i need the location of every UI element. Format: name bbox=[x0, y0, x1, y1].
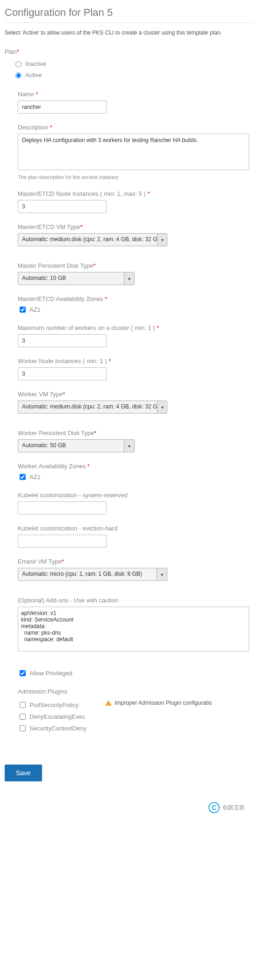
master-vm-type-label: Master/ETCD VM Type* bbox=[18, 223, 253, 230]
chevron-down-icon: ▾ bbox=[157, 401, 167, 413]
worker-vm-type-select[interactable]: Automatic: medium.disk (cpu: 2, ram: 4 G… bbox=[18, 401, 167, 414]
watermark-icon: C bbox=[208, 802, 220, 813]
plugin-deny-escalating-checkbox[interactable] bbox=[20, 714, 26, 720]
page-title: Configuration for Plan 5 bbox=[5, 7, 253, 19]
radio-inactive[interactable] bbox=[15, 61, 22, 67]
worker-instances-input[interactable] bbox=[18, 367, 107, 380]
worker-vm-type-label: Worker VM Type* bbox=[18, 391, 253, 398]
max-workers-input[interactable] bbox=[18, 334, 107, 347]
master-disk-type-value: Automatic: 10 GB bbox=[18, 272, 124, 285]
worker-az-option[interactable]: AZ1 bbox=[18, 472, 253, 481]
worker-az-option-label: AZ1 bbox=[29, 473, 41, 480]
errand-vm-type-label: Errand VM Type* bbox=[18, 558, 253, 565]
watermark: C 创新互联 bbox=[5, 800, 253, 815]
chevron-down-icon: ▾ bbox=[124, 440, 134, 452]
master-disk-type-label: Master Persistent Disk Type* bbox=[18, 262, 253, 269]
errand-vm-type-select[interactable]: Automatic: micro (cpu: 1, ram: 1 GB, dis… bbox=[18, 568, 167, 581]
master-az-label: Master/ETCD Availability Zones * bbox=[18, 295, 253, 302]
allow-privileged-checkbox[interactable] bbox=[20, 670, 26, 676]
admission-warning: Improper Admission Plugin configuratio bbox=[105, 700, 212, 706]
chevron-down-icon: ▾ bbox=[157, 568, 167, 580]
admission-warning-text: Improper Admission Plugin configuratio bbox=[115, 700, 212, 706]
plugin-pod-security[interactable]: PodSecurityPolicy bbox=[18, 701, 86, 709]
master-vm-type-value: Automatic: medium.disk (cpu: 2, ram: 4 G… bbox=[18, 234, 157, 246]
worker-instances-label: Worker Node Instances ( min: 1 ) * bbox=[18, 358, 253, 365]
max-workers-label: Maximum number of workers on a cluster (… bbox=[18, 324, 253, 331]
admission-plugins-label: Admission Plugins bbox=[18, 688, 253, 695]
save-button[interactable]: Save bbox=[5, 765, 42, 781]
description-helper: The plan description for the service ins… bbox=[18, 174, 253, 180]
warning-icon bbox=[105, 700, 112, 706]
kubelet-system-input[interactable] bbox=[18, 501, 107, 515]
name-label: Name * bbox=[18, 91, 253, 98]
plugin-deny-escalating[interactable]: DenyEscalatingExec bbox=[18, 712, 86, 721]
description-label: Description * bbox=[18, 124, 253, 131]
description-textarea[interactable]: Deploys HA configuration with 3 workers … bbox=[18, 134, 249, 170]
master-disk-type-select[interactable]: Automatic: 10 GB ▾ bbox=[18, 272, 135, 285]
divider bbox=[5, 22, 253, 23]
master-az-option-label: AZ1 bbox=[29, 306, 41, 313]
master-instances-input[interactable] bbox=[18, 200, 107, 213]
watermark-text: 创新互联 bbox=[222, 804, 245, 812]
plan-option-active[interactable]: Active bbox=[13, 71, 253, 79]
chevron-down-icon: ▾ bbox=[124, 272, 134, 285]
chevron-down-icon: ▾ bbox=[157, 234, 167, 246]
radio-active[interactable] bbox=[15, 72, 22, 79]
plugin-pod-security-label: PodSecurityPolicy bbox=[29, 701, 79, 708]
master-az-checkbox[interactable] bbox=[20, 307, 26, 313]
addons-label: (Optional) Add-ons - Use with caution bbox=[18, 597, 253, 604]
worker-disk-type-value: Automatic: 50 GB bbox=[18, 440, 124, 452]
plugin-deny-escalating-label: DenyEscalatingExec bbox=[29, 713, 85, 720]
master-vm-type-select[interactable]: Automatic: medium.disk (cpu: 2, ram: 4 G… bbox=[18, 233, 167, 246]
master-az-option[interactable]: AZ1 bbox=[18, 305, 253, 314]
plan-option-inactive[interactable]: Inactive bbox=[13, 60, 253, 67]
errand-vm-type-value: Automatic: micro (cpu: 1, ram: 1 GB, dis… bbox=[18, 568, 157, 580]
worker-az-label: Worker Availability Zones * bbox=[18, 463, 253, 470]
plan-label: Plan* bbox=[5, 48, 253, 55]
kubelet-system-label: Kubelet customization - system-reserved bbox=[18, 492, 253, 499]
allow-privileged-label: Allow Privileged bbox=[29, 670, 72, 677]
worker-vm-type-value: Automatic: medium.disk (cpu: 2, ram: 4 G… bbox=[18, 401, 157, 413]
allow-privileged-option[interactable]: Allow Privileged bbox=[18, 669, 253, 678]
worker-az-checkbox[interactable] bbox=[20, 474, 26, 480]
plan-section: Plan* Inactive Active bbox=[5, 48, 253, 79]
plugin-security-context[interactable]: SecurityContextDeny bbox=[18, 724, 86, 733]
intro-text: Select 'Active' to allow users of the PK… bbox=[5, 29, 253, 36]
master-instances-label: Master/ETCD Node Instances ( min: 1, max… bbox=[18, 190, 253, 197]
plugin-security-context-label: SecurityContextDeny bbox=[29, 725, 86, 732]
worker-disk-type-select[interactable]: Automatic: 50 GB ▾ bbox=[18, 439, 135, 452]
plugin-security-context-checkbox[interactable] bbox=[20, 725, 26, 731]
addons-textarea[interactable]: apiVersion: v1 kind: ServiceAccount meta… bbox=[18, 607, 249, 651]
radio-inactive-label: Inactive bbox=[25, 60, 46, 67]
kubelet-eviction-label: Kubelet customization - eviction-hard bbox=[18, 525, 253, 532]
kubelet-eviction-input[interactable] bbox=[18, 535, 107, 548]
plugin-pod-security-checkbox[interactable] bbox=[20, 702, 26, 708]
radio-active-label: Active bbox=[25, 72, 42, 79]
name-input[interactable] bbox=[18, 100, 107, 114]
worker-disk-type-label: Worker Persistent Disk Type* bbox=[18, 429, 253, 436]
